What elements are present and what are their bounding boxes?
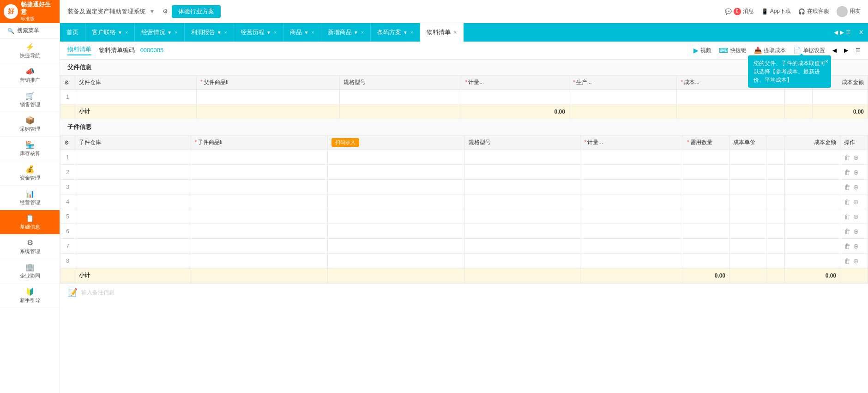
child-unit-cost-2[interactable]: [729, 165, 766, 180]
copy-icon-1[interactable]: ⊕: [853, 154, 859, 161]
child-warehouse-3[interactable]: [75, 180, 191, 194]
extract-cost-btn[interactable]: 📥 提取成本: [754, 47, 786, 54]
child-warehouse-1[interactable]: [75, 150, 191, 165]
child-goods-8[interactable]: [191, 254, 327, 268]
child-goods-5[interactable]: [191, 209, 327, 224]
tab-prev-icon[interactable]: ◀: [834, 29, 838, 36]
tab-home[interactable]: 首页: [60, 23, 85, 42]
parent-prod-1[interactable]: [569, 90, 676, 104]
child-goods-6[interactable]: [191, 224, 327, 239]
child-col-settings[interactable]: ⚙: [60, 135, 75, 150]
child-unit-cost-7[interactable]: [729, 239, 766, 254]
sidebar-item-purchase[interactable]: 📦 采购管理: [0, 112, 60, 137]
delete-icon-3[interactable]: 🗑: [844, 183, 850, 191]
child-spec-1[interactable]: [464, 150, 580, 165]
child-qty-needed-2[interactable]: [683, 165, 729, 180]
child-unit-7[interactable]: [580, 239, 683, 254]
child-unit-cost-8[interactable]: [729, 254, 766, 268]
sidebar-item-marketing[interactable]: 📣 营销推广: [0, 63, 60, 88]
sys-name-dropdown-icon[interactable]: ▼: [149, 8, 155, 15]
delete-icon-8[interactable]: 🗑: [844, 257, 850, 265]
tab-customer-close[interactable]: ×: [125, 30, 128, 35]
child-spec-6[interactable]: [464, 224, 580, 239]
sidebar-item-operations[interactable]: 📊 经营管理: [0, 186, 60, 210]
child-unit-cost-3[interactable]: [729, 180, 766, 194]
shortcut-btn[interactable]: ⌨ 快捷键: [719, 47, 747, 54]
tab-new-goods-close[interactable]: ×: [361, 30, 364, 35]
sidebar-item-finance[interactable]: 💰 资金管理: [0, 161, 60, 186]
child-warehouse-2[interactable]: [75, 165, 191, 180]
child-spec-5[interactable]: [464, 209, 580, 224]
copy-icon-6[interactable]: ⊕: [853, 228, 859, 235]
search-menu[interactable]: 🔍 搜索菜单: [0, 23, 60, 39]
delete-icon-7[interactable]: 🗑: [844, 242, 850, 250]
child-unit-5[interactable]: [580, 209, 683, 224]
pagination-next[interactable]: ▶: [844, 47, 848, 54]
child-qty-needed-1[interactable]: [683, 150, 729, 165]
copy-icon-2[interactable]: ⊕: [853, 169, 859, 176]
child-unit-2[interactable]: [580, 165, 683, 180]
child-unit-1[interactable]: [580, 150, 683, 165]
tab-barcode[interactable]: 条码方案 ▼ ×: [371, 23, 420, 42]
view-video-btn[interactable]: ▶ 视频: [693, 47, 711, 54]
delete-icon-4[interactable]: 🗑: [844, 198, 850, 206]
parent-goods-1[interactable]: [197, 90, 340, 104]
sidebar-item-inventory[interactable]: 🏪 库存核算: [0, 137, 60, 161]
tab-profit-close[interactable]: ×: [224, 30, 227, 35]
sidebar-item-basic-info[interactable]: 📋 基础信息: [0, 210, 60, 235]
parent-warehouse-1[interactable]: [75, 90, 197, 104]
copy-icon-8[interactable]: ⊕: [853, 257, 859, 265]
tab-next-icon[interactable]: ▶: [840, 29, 844, 36]
child-qty-needed-3[interactable]: [683, 180, 729, 194]
scan-input-btn[interactable]: 扫码录入: [332, 138, 359, 147]
child-warehouse-7[interactable]: [75, 239, 191, 254]
sidebar-item-sales[interactable]: 🛒 销售管理: [0, 88, 60, 112]
tab-profit-report[interactable]: 利润报告 ▼ ×: [185, 23, 234, 42]
tab-customer[interactable]: 客户联络 ▼ ×: [85, 23, 135, 42]
child-spec-2[interactable]: [464, 165, 580, 180]
tab-ops-close[interactable]: ×: [175, 30, 177, 35]
child-goods-1[interactable]: [191, 150, 327, 165]
child-spec-8[interactable]: [464, 254, 580, 268]
nav-close-icon[interactable]: ×: [855, 28, 868, 36]
child-goods-4[interactable]: [191, 194, 327, 209]
child-warehouse-4[interactable]: [75, 194, 191, 209]
tooltip-close-btn[interactable]: ×: [825, 57, 828, 66]
child-qty-needed-5[interactable]: [683, 209, 729, 224]
child-warehouse-8[interactable]: [75, 254, 191, 268]
user-item[interactable]: 用友: [837, 6, 861, 17]
note-placeholder[interactable]: 输入备注信息: [81, 289, 115, 296]
tab-menu-icon[interactable]: ☰: [846, 29, 851, 36]
delete-icon-1[interactable]: 🗑: [844, 154, 850, 161]
experience-button[interactable]: 体验行业方案: [172, 5, 221, 18]
child-goods-2[interactable]: [191, 165, 327, 180]
sidebar-item-enterprise[interactable]: 🏢 企业协同: [0, 259, 60, 284]
child-qty-needed-7[interactable]: [683, 239, 729, 254]
sidebar-item-system[interactable]: ⚙ 系统管理: [0, 235, 60, 259]
tab-goods[interactable]: 商品 ▼ ×: [283, 23, 321, 42]
child-spec-4[interactable]: [464, 194, 580, 209]
parent-spec-1[interactable]: [340, 90, 461, 104]
tab-operations-history[interactable]: 经营历程 ▼ ×: [234, 23, 283, 42]
child-qty-needed-6[interactable]: [683, 224, 729, 239]
child-warehouse-6[interactable]: [75, 224, 191, 239]
parent-qty-1[interactable]: [461, 90, 569, 104]
settings-icon[interactable]: ⚙: [163, 8, 168, 15]
child-unit-cost-4[interactable]: [729, 194, 766, 209]
child-unit-8[interactable]: [580, 254, 683, 268]
child-spec-3[interactable]: [464, 180, 580, 194]
tab-barcode-close[interactable]: ×: [410, 30, 413, 35]
child-unit-cost-6[interactable]: [729, 224, 766, 239]
copy-icon-3[interactable]: ⊕: [853, 183, 859, 191]
child-unit-cost-1[interactable]: [729, 150, 766, 165]
copy-icon-5[interactable]: ⊕: [853, 213, 859, 220]
copy-icon-7[interactable]: ⊕: [853, 242, 859, 250]
delete-icon-5[interactable]: 🗑: [844, 213, 850, 220]
sidebar-item-guide[interactable]: 🔰 新手引导: [0, 284, 60, 308]
copy-icon-4[interactable]: ⊕: [853, 198, 859, 206]
pagination-prev[interactable]: ◀: [832, 47, 837, 54]
child-spec-7[interactable]: [464, 239, 580, 254]
single-settings-btn[interactable]: 📄 单据设置: [793, 47, 825, 54]
app-download-item[interactable]: 📱 App下载: [761, 7, 791, 15]
parent-col-settings[interactable]: ⚙: [60, 76, 75, 90]
